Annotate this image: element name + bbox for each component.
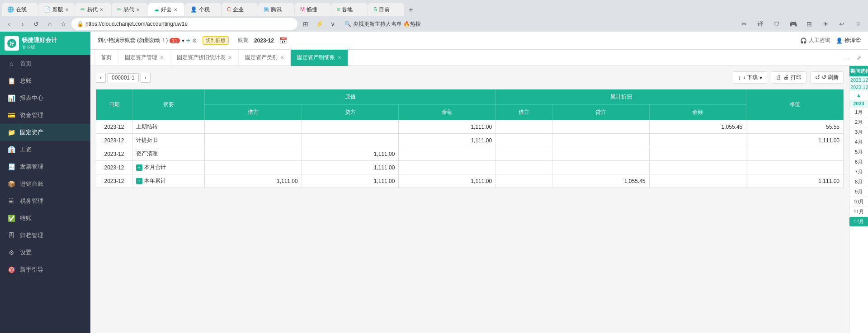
page-tab-depreciation-table[interactable]: 固定资产折旧统计表 ✕ [170, 50, 239, 66]
bookmark-button[interactable]: ☆ [58, 19, 69, 29]
th-ov-credit: 贷方 [302, 105, 399, 120]
sidebar-item-ledger[interactable]: 📋 总账 [0, 72, 90, 89]
page-tab-home[interactable]: 首页 [94, 50, 118, 66]
print-btn[interactable]: 🖨 🖨 打印 [771, 71, 806, 84]
cell-date: 2023-12 [96, 120, 132, 134]
sidebar-item-home[interactable]: ⌂ 首页 [0, 55, 90, 72]
tab-close-icon[interactable]: ✕ [280, 55, 284, 60]
tab-close-icon[interactable]: ✕ [136, 7, 140, 12]
browser-tab-changjie[interactable]: M 畅捷 [295, 3, 331, 16]
refresh-btn[interactable]: ↺ ↺ 刷新 [810, 71, 844, 84]
search-icon: 🔍 [344, 21, 351, 27]
browser-tab-new[interactable]: 📄 新版 ✕ [38, 3, 75, 16]
browser-tab-online[interactable]: 🌐 在线 [2, 3, 38, 16]
sidebar-item-checkout[interactable]: ✅ 结账 [0, 210, 90, 227]
period-month-8[interactable]: 8月 [849, 177, 868, 187]
cell-ov-credit [302, 134, 399, 147]
brightness-icon[interactable]: ☀ [819, 18, 832, 30]
period-month-4[interactable]: 4月 [849, 137, 868, 147]
period-scroll-up[interactable]: ▲ [849, 91, 868, 100]
tab-minimize-btn[interactable]: — [841, 52, 852, 63]
th-original-value: 原值 [205, 89, 496, 105]
browser-tab-gedi[interactable]: ≡ 各地 [331, 3, 368, 16]
period-date1[interactable]: 2023.12 [849, 76, 868, 84]
tab-close-icon[interactable]: ✕ [338, 55, 341, 60]
sidebar-item-funds[interactable]: 💳 资金管理 [0, 107, 90, 124]
cell-ad-balance: 1,055.45 [649, 120, 746, 134]
shield-icon[interactable]: 🛡 [770, 18, 783, 30]
sidebar-label-ledger: 总账 [20, 77, 32, 85]
sidebar-label-settings: 设置 [20, 249, 32, 257]
pager-input[interactable]: 000001 1 [108, 73, 139, 82]
version-switch-btn[interactable]: 切到旧版 [203, 36, 229, 45]
sidebar-item-reports[interactable]: 📊 报表中心 [0, 89, 90, 107]
period-month-6[interactable]: 6月 [849, 157, 868, 167]
sidebar-item-archive[interactable]: 🗄 归档管理 [0, 227, 90, 244]
menu-icon[interactable]: ≡ [852, 18, 864, 30]
download-btn[interactable]: ↓ ↓ 下载 ▾ [733, 71, 767, 84]
tab-close-icon[interactable]: ✕ [65, 7, 69, 12]
toolbar-row: ‹ 000001 1 › ↓ ↓ 下载 [96, 71, 844, 84]
period-month-7[interactable]: 7月 [849, 167, 868, 177]
browser-tab-tencent[interactable]: 腾 腾讯 [258, 3, 294, 16]
user-profile-btn[interactable]: 👤 徐泽华 [836, 37, 861, 44]
back-button[interactable]: ‹ [4, 19, 14, 29]
tab-maximize-btn[interactable]: ⤢ [854, 52, 864, 63]
grid-icon[interactable]: ⊞ [803, 18, 816, 30]
browser-tab-enterprise[interactable]: C 企业 [222, 3, 258, 16]
period-month-11[interactable]: 11月 [849, 206, 868, 216]
sidebar-item-tax[interactable]: 🏛 税务管理 [0, 192, 90, 210]
calendar-icon[interactable]: 📅 [279, 37, 287, 44]
lightning-icon[interactable]: ⚡ [314, 19, 325, 29]
home-button[interactable]: ⌂ [44, 19, 55, 29]
dropdown-button[interactable]: ∨ [327, 19, 338, 29]
page-tab-asset-category[interactable]: 固定资产类别 ✕ [239, 50, 291, 66]
period-month-2[interactable]: 2月 [849, 117, 868, 127]
undo-icon[interactable]: ↩ [835, 18, 848, 30]
period-month-3[interactable]: 3月 [849, 127, 868, 137]
cell-ad-balance [649, 134, 746, 147]
page-tab-asset-detail[interactable]: 固定资产明细账 ✕ [291, 50, 348, 66]
tab-close-icon[interactable]: ✕ [174, 7, 177, 12]
browser-tab-yidai2[interactable]: ✏ 易代 ✕ [112, 3, 148, 16]
new-tab-button[interactable]: + [405, 4, 417, 16]
sidebar-item-invoice[interactable]: 🧾 发票管理 [0, 158, 90, 175]
tab-icon: ✏ [117, 6, 122, 13]
forward-button[interactable]: › [17, 19, 28, 29]
sidebar-item-salary[interactable]: 👔 工资 [0, 141, 90, 158]
period-month-10[interactable]: 10月 [849, 197, 868, 206]
pager-prev-btn[interactable]: ‹ [96, 73, 106, 83]
browser-tab-haokuai[interactable]: ☁ 好会 ✕ [148, 3, 184, 16]
pager-next-btn[interactable]: › [141, 73, 151, 83]
tab-close-icon[interactable]: ✕ [160, 55, 164, 60]
scissors-icon[interactable]: ✂ [738, 18, 750, 30]
period-date2[interactable]: 2023.12 [849, 84, 868, 91]
settings-small-icon[interactable]: ⚙ [192, 38, 197, 44]
translate-icon[interactable]: 译 [754, 18, 767, 30]
browser-tab-personal-tax[interactable]: 👤 个税 [185, 3, 221, 16]
add-company-icon[interactable]: + [186, 37, 190, 45]
company-selector[interactable]: 刘小艳演示账套 (勿删勿动！) 11 ▾ + ⚙ [98, 37, 197, 45]
page-tab-asset-mgmt[interactable]: 固定资产管理 ✕ [118, 50, 170, 66]
period-month-1[interactable]: 1月 [849, 107, 868, 117]
address-input[interactable]: 🔒 https://cloud.chanjet.com/accounting/u… [71, 18, 297, 30]
table-row: 2023-12 上期结转 1,111.00 1,055.45 55.55 [96, 120, 844, 134]
period-month-9[interactable]: 9月 [849, 187, 868, 197]
extension-icon[interactable]: ⊞ [300, 19, 311, 29]
sidebar-item-inventory[interactable]: 📦 进销台账 [0, 175, 90, 192]
browser-tab-yidai1[interactable]: ✏ 易代 ✕ [75, 3, 111, 16]
gamepad-icon[interactable]: 🎮 [787, 18, 799, 30]
sidebar: 好 畅捷通好会计 专业版 ⌂ 首页 📋 总账 📊 报表中心 💳 [0, 32, 90, 333]
tab-close-icon[interactable]: ✕ [228, 55, 232, 60]
sidebar-item-guide[interactable]: 🎯 新手引导 [0, 261, 90, 278]
period-year-label[interactable]: 2023 [849, 100, 868, 107]
browser-tab-current[interactable]: S 目前 [368, 3, 404, 16]
period-month-5[interactable]: 5月 [849, 147, 868, 157]
cell-ad-debit [496, 120, 552, 134]
sidebar-item-settings[interactable]: ⚙ 设置 [0, 244, 90, 261]
tab-close-icon[interactable]: ✕ [99, 7, 103, 12]
customer-service-btn[interactable]: 🎧 人工咨询 [800, 37, 830, 44]
period-month-12[interactable]: 12月 [849, 216, 868, 226]
reload-button[interactable]: ↺ [31, 19, 42, 29]
sidebar-item-assets[interactable]: 📁 固定资产 [0, 124, 90, 141]
